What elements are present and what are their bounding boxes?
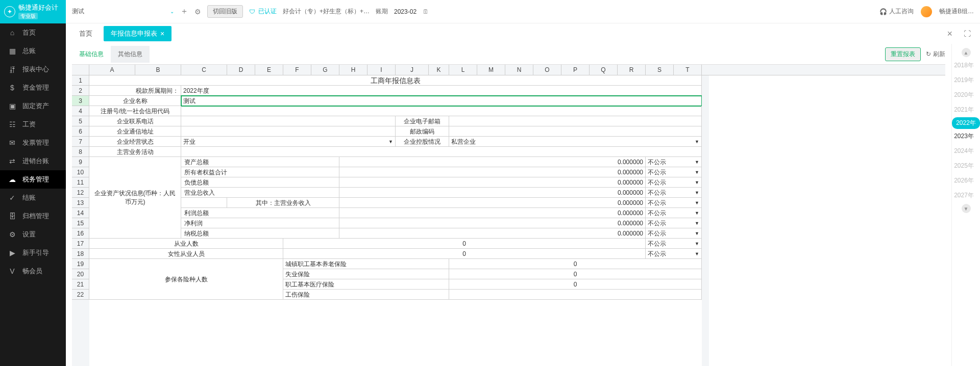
vertical-scrollbar[interactable] (702, 75, 709, 366)
cell[interactable] (449, 116, 702, 126)
cell[interactable] (449, 290, 702, 300)
cell[interactable] (449, 126, 702, 137)
row-num-4[interactable]: 4 (72, 106, 89, 116)
support-link[interactable]: 🎧 人工咨询 (879, 7, 914, 16)
col-header-H[interactable]: H (339, 65, 368, 75)
cell[interactable]: 企业电子邮箱 (396, 116, 449, 126)
cell[interactable]: 工伤保险 (283, 290, 449, 300)
col-header-O[interactable]: O (533, 65, 561, 75)
cell[interactable]: 企业联系电话 (89, 116, 181, 126)
cell[interactable]: 工商年报信息表 (89, 75, 702, 86)
calendar-icon[interactable]: 🗓 (423, 8, 429, 15)
dropdown-cell[interactable]: 不公示▼ (646, 177, 702, 188)
cell[interactable]: 纳税总额 (181, 228, 339, 239)
col-header-L[interactable]: L (449, 65, 477, 75)
cell[interactable]: 企业经营状态 (89, 137, 181, 147)
cell[interactable]: 0.000000 (339, 198, 646, 208)
row-num-20[interactable]: 20 (72, 269, 89, 279)
col-header-B[interactable]: B (135, 65, 181, 75)
switch-old-button[interactable]: 切回旧版 (207, 5, 243, 18)
cell[interactable]: 0.000000 (339, 228, 646, 239)
cell[interactable]: 失业保险 (283, 269, 449, 279)
cell[interactable]: 0 (449, 269, 702, 279)
cell[interactable]: 0 (283, 249, 646, 259)
cell[interactable]: 0 (283, 239, 646, 249)
row-num-16[interactable]: 16 (72, 228, 89, 239)
sidebar-item-设置[interactable]: ⚙设置 (0, 225, 66, 244)
cell[interactable]: 0.000000 (339, 218, 646, 228)
cell[interactable]: 营业总收入 (181, 188, 339, 198)
year-2020年[interactable]: 2020年 (952, 88, 980, 102)
cell[interactable]: 其中：主营业务收入 (227, 198, 339, 208)
col-header-P[interactable]: P (561, 65, 590, 75)
cell[interactable]: 注册号/统一社会信用代码 (89, 106, 181, 116)
row-num-22[interactable]: 22 (72, 290, 89, 300)
sidebar-item-归档管理[interactable]: 🗄归档管理 (0, 207, 66, 225)
row-num-18[interactable]: 18 (72, 249, 89, 259)
row-num-6[interactable]: 6 (72, 126, 89, 137)
col-header-I[interactable]: I (368, 65, 396, 75)
col-header-E[interactable]: E (255, 65, 283, 75)
user-name[interactable]: 畅捷通B组… (939, 7, 974, 16)
col-header-D[interactable]: D (227, 65, 255, 75)
col-header-M[interactable]: M (477, 65, 505, 75)
sidebar-item-资金管理[interactable]: $资金管理 (0, 79, 66, 97)
sidebar-item-报表中心[interactable]: ⭿报表中心 (0, 60, 66, 79)
dropdown-cell[interactable]: 不公示▼ (646, 249, 702, 259)
cell[interactable]: 0.000000 (339, 208, 646, 218)
year-2022年[interactable]: 2022年 (952, 117, 980, 129)
subtab-other[interactable]: 其他信息 (111, 46, 150, 63)
cell[interactable]: 资产总额 (181, 157, 339, 167)
row-num-21[interactable]: 21 (72, 279, 89, 290)
col-header-G[interactable]: G (311, 65, 339, 75)
col-header-T[interactable]: T (674, 65, 702, 75)
avatar[interactable] (921, 6, 932, 17)
col-header-Q[interactable]: Q (590, 65, 618, 75)
cell[interactable]: 税款所属期间： (89, 86, 181, 96)
year-down-icon[interactable]: ▼ (962, 204, 971, 213)
row-num-12[interactable]: 12 (72, 188, 89, 198)
year-2025年[interactable]: 2025年 (952, 159, 980, 173)
subtab-basic[interactable]: 基础信息 (72, 46, 111, 63)
row-num-3[interactable]: 3 (72, 96, 89, 106)
close-all-icon[interactable]: × (944, 29, 955, 39)
row-num-7[interactable]: 7 (72, 137, 89, 147)
dropdown-cell[interactable]: 不公示▼ (646, 188, 702, 198)
year-2021年[interactable]: 2021年 (952, 102, 980, 117)
col-header-K[interactable]: K (429, 65, 449, 75)
sidebar-item-工资[interactable]: ☷工资 (0, 115, 66, 134)
year-2027年[interactable]: 2027年 (952, 188, 980, 203)
year-2023年[interactable]: 2023年 (952, 129, 980, 144)
fullscreen-icon[interactable]: ⛶ (961, 30, 974, 38)
cell[interactable] (181, 198, 227, 208)
row-num-1[interactable]: 1 (72, 75, 89, 86)
cell[interactable] (181, 147, 702, 157)
row-num-10[interactable]: 10 (72, 167, 89, 177)
year-2019年[interactable]: 2019年 (952, 73, 980, 88)
sidebar-item-新手引导[interactable]: ▶新手引导 (0, 244, 66, 262)
refresh-button[interactable]: ↻ 刷新 (926, 50, 945, 59)
cell[interactable]: 企业通信地址 (89, 126, 181, 137)
row-num-2[interactable]: 2 (72, 86, 89, 96)
cell[interactable]: 净利润 (181, 218, 339, 228)
cell[interactable] (181, 106, 702, 116)
cell[interactable]: 利润总额 (181, 208, 339, 218)
dropdown-cell[interactable]: 不公示▼ (646, 218, 702, 228)
dropdown-cell[interactable]: 私营企业▼ (449, 137, 702, 147)
year-2024年[interactable]: 2024年 (952, 144, 980, 159)
row-num-8[interactable]: 8 (72, 147, 89, 157)
reset-button[interactable]: 重置报表 (885, 47, 921, 61)
sidebar-item-首页[interactable]: ⌂首页 (0, 23, 66, 42)
cell[interactable]: 0.000000 (339, 157, 646, 167)
dropdown-cell[interactable]: 不公示▼ (646, 239, 702, 249)
cell[interactable]: 0.000000 (339, 177, 646, 188)
row-num-11[interactable]: 11 (72, 177, 89, 188)
year-2018年[interactable]: 2018年 (952, 58, 980, 73)
year-2026年[interactable]: 2026年 (952, 173, 980, 188)
dropdown-cell[interactable]: 不公示▼ (646, 157, 702, 167)
cell[interactable] (181, 116, 396, 126)
cell[interactable]: 0.000000 (339, 188, 646, 198)
row-num-9[interactable]: 9 (72, 157, 89, 167)
close-icon[interactable]: × (160, 30, 164, 38)
cell[interactable]: 城镇职工基本养老保险 (283, 259, 449, 269)
